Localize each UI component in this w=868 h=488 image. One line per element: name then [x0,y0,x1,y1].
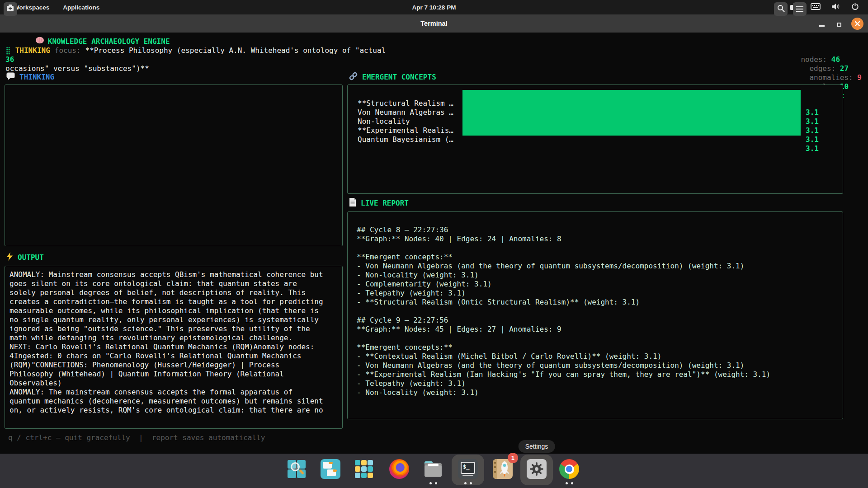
concepts-panel-title: EMERGENT CONCEPTS [362,73,436,81]
minimize-button[interactable] [819,25,825,27]
close-icon [855,19,860,28]
link-icon [349,72,358,82]
concept-row: Quantum Bayesianism (… 3.1 [348,126,843,135]
close-button[interactable] [851,18,863,30]
edges-value: 27 [840,64,849,73]
files-icon[interactable] [423,459,443,479]
workspaces-menu[interactable]: Workspaces [14,4,49,11]
keyboard-icon[interactable] [811,3,821,12]
stats-bar: nodes: 46 edges: 27 anomalies: 9 cycle: … [783,46,862,55]
power-icon[interactable] [851,3,859,12]
thinking-panel-title: THINKING [19,73,54,81]
settings-icon[interactable] [527,459,547,479]
concept-row: **Structural Realism … 3.1 [348,90,843,99]
document-icon [349,198,356,208]
new-tab-icon [6,5,14,14]
files-running-dots [423,482,443,484]
vectors-value: 36 [5,55,14,64]
menu-button[interactable] [793,2,807,16]
lightning-icon [6,252,13,263]
notification-badge: 1 [508,453,518,463]
output-panel-header: OUTPUT [6,252,44,262]
report-panel-title: LIVE REPORT [361,199,409,207]
terminal-running-dots [458,482,478,484]
app-finder-icon[interactable] [287,459,307,479]
desktop: Workspaces Applications Apr 7 10:28 PM T… [0,0,868,488]
terminal-titlebar[interactable] [0,14,868,33]
spinner-icon: ⣿ [5,46,11,55]
thinking-panel-header: THINKING [6,72,54,82]
thinking-panel [5,84,343,246]
report-text: ## Cycle 8 — 22:27:36 **Graph:** Nodes: … [357,225,836,397]
nodes-value: 46 [831,55,840,64]
output-text: ANOMALY: Mainstream consensus accepts QB… [9,270,339,415]
report-panel: ## Cycle 8 — 22:27:36 **Graph:** Nodes: … [347,211,843,419]
edges-label: edges: [809,64,835,73]
applications-menu[interactable]: Applications [63,4,99,11]
focus-label: focus: [55,46,81,55]
chrome-icon[interactable] [559,459,579,479]
maximize-button[interactable] [837,23,841,27]
search-icon [777,5,785,14]
concept-row: Von Neumann Algebras … 3.1 [348,99,843,108]
nodes-label: nodes: [801,55,827,64]
concept-row: **Experimental Realis… 3.1 [348,117,843,126]
search-button[interactable] [774,2,788,16]
concept-row: Non-locality 3.1 [348,108,843,117]
output-panel: ANOMALY: Mainstream consensus accepts QB… [5,266,343,429]
app-grid-icon[interactable] [354,459,374,479]
firefox-icon[interactable] [389,459,409,479]
settings-tooltip: Settings [519,440,555,453]
app-header: KNOWLEDGE ARCHAEOLOGY ENGINE [9,37,170,46]
terminal-icon[interactable]: $_ [458,459,478,479]
focus-line: ⣿ THINKING focus: **Process Philosophy (… [5,46,386,55]
status-bar: q / ctrl+c — quit gracefully | report sa… [8,433,265,442]
concepts-panel-header: EMERGENT CONCEPTS [349,72,436,82]
output-panel-title: OUTPUT [18,253,44,262]
hamburger-icon [796,5,803,14]
app-title: KNOWLEDGE ARCHAEOLOGY ENGINE [48,37,170,46]
chrome-running-dots [559,482,579,484]
new-tab-button[interactable] [4,2,17,16]
anomalies-value: 9 [857,73,862,82]
focus-text: **Process Philosophy (especially A.N. Wh… [85,46,386,55]
window-tiles-icon[interactable] [321,459,340,479]
top-bar: Workspaces Applications [0,0,868,14]
report-panel-header: LIVE REPORT [349,198,409,208]
speech-bubble-icon [6,72,15,82]
volume-icon[interactable] [831,3,840,12]
engine-status: THINKING [15,46,50,55]
anomalies-label: anomalies: [809,73,853,82]
concepts-panel: **Structural Realism … 3.1 Von Neumann A… [347,84,843,194]
